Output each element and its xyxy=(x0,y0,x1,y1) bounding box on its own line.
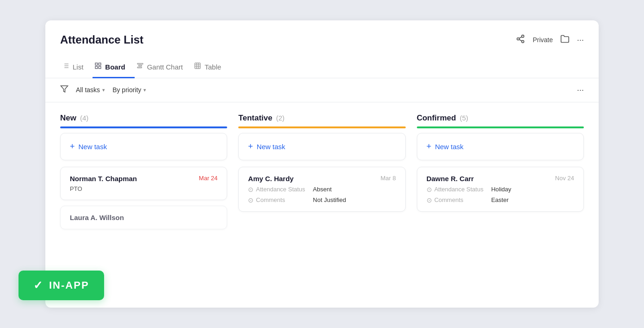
task-card-dawne[interactable]: Dawne R. Carr Nov 24 ⊙ Attendance Status… xyxy=(417,167,584,212)
column-new-count: (4) xyxy=(80,114,88,122)
in-app-label: IN-APP xyxy=(49,279,89,291)
svg-rect-16 xyxy=(138,65,142,66)
tab-gantt[interactable]: Gantt Chart xyxy=(135,57,192,78)
in-app-check-icon: ✓ xyxy=(33,279,43,292)
task-card-laura[interactable]: Laura A. Willson xyxy=(60,206,227,229)
svg-rect-12 xyxy=(99,63,101,65)
svg-rect-15 xyxy=(137,63,143,64)
more-icon[interactable]: ··· xyxy=(577,35,584,45)
tab-table[interactable]: Table xyxy=(192,57,230,78)
column-new-title: New xyxy=(60,114,76,123)
attendance-label-dawne: ⊙ Attendance Status xyxy=(427,186,491,193)
all-tasks-label: All tasks xyxy=(76,86,100,94)
list-icon xyxy=(62,62,69,71)
table-icon xyxy=(194,62,201,71)
plus-icon-tentative: + xyxy=(248,142,253,151)
plus-icon-new: + xyxy=(70,142,75,151)
header-actions: Private ··· xyxy=(516,34,584,46)
new-task-button-tentative[interactable]: + New task xyxy=(238,133,405,160)
board-area: New (4) + New task Norman T. Chapman Mar… xyxy=(45,102,599,246)
task-card-amy-header: Amy C. Hardy Mar 8 xyxy=(248,175,396,183)
check-icon-dawne-2: ⊙ xyxy=(427,196,432,204)
column-tentative-count: (2) xyxy=(276,114,285,122)
comments-value-dawne: Easter xyxy=(491,196,509,203)
in-app-badge: ✓ IN-APP xyxy=(19,271,104,300)
attendance-value-dawne: Holiday xyxy=(491,186,511,193)
task-name-norman: Norman T. Chapman xyxy=(70,175,137,183)
column-tentative-header: Tentative (2) xyxy=(238,114,405,128)
column-new-bar xyxy=(60,126,227,128)
svg-rect-13 xyxy=(95,66,98,69)
column-confirmed-bar xyxy=(417,126,584,128)
task-card-norman[interactable]: Norman T. Chapman Mar 24 PTO xyxy=(60,167,227,200)
task-field-comments-amy: ⊙ Comments Not Justified xyxy=(248,196,396,204)
tab-table-label: Table xyxy=(204,63,221,71)
priority-sort[interactable]: By priority ▾ xyxy=(112,86,146,94)
toolbar-left: All tasks ▾ By priority ▾ xyxy=(60,85,146,95)
task-name-amy: Amy C. Hardy xyxy=(248,175,293,183)
tab-board[interactable]: Board xyxy=(93,57,134,78)
new-task-button-new[interactable]: + New task xyxy=(60,133,227,160)
share-icon[interactable] xyxy=(516,34,525,46)
new-task-label-new: New task xyxy=(79,143,107,151)
check-icon-dawne-1: ⊙ xyxy=(427,186,432,193)
svg-line-3 xyxy=(520,39,522,41)
new-task-button-confirmed[interactable]: + New task xyxy=(417,133,584,160)
task-date-norman: Mar 24 xyxy=(199,175,217,182)
svg-rect-18 xyxy=(195,63,200,69)
svg-marker-23 xyxy=(61,86,68,92)
comments-label-amy: ⊙ Comments xyxy=(248,196,313,204)
task-card-amy[interactable]: Amy C. Hardy Mar 8 ⊙ Attendance Status A… xyxy=(238,167,405,212)
column-confirmed-header: Confirmed (5) xyxy=(417,114,584,128)
new-task-label-tentative: New task xyxy=(257,143,285,151)
column-tentative: Tentative (2) + New task Amy C. Hardy Ma… xyxy=(238,114,405,217)
task-field-comments-dawne: ⊙ Comments Easter xyxy=(427,196,574,204)
board-icon xyxy=(94,62,102,71)
task-card-laura-header: Laura A. Willson xyxy=(70,214,217,221)
column-tentative-bar xyxy=(238,126,405,128)
private-button[interactable]: Private xyxy=(533,36,553,44)
toolbar: All tasks ▾ By priority ▾ ··· xyxy=(45,78,599,102)
page-title: Attendance List xyxy=(60,33,143,46)
toolbar-more-icon[interactable]: ··· xyxy=(577,85,584,95)
tab-board-label: Board xyxy=(105,63,125,71)
check-icon-amy-2: ⊙ xyxy=(248,196,254,204)
main-panel: Attendance List Private ··· xyxy=(45,20,599,308)
folder-icon[interactable] xyxy=(560,34,570,46)
task-field-attendance-amy: ⊙ Attendance Status Absent xyxy=(248,186,396,193)
attendance-label-amy: ⊙ Attendance Status xyxy=(248,186,313,193)
header: Attendance List Private ··· xyxy=(45,20,599,46)
svg-line-4 xyxy=(520,37,522,38)
comments-label-dawne: ⊙ Comments xyxy=(427,196,491,204)
task-date-dawne: Nov 24 xyxy=(555,175,574,182)
new-task-label-confirmed: New task xyxy=(435,143,464,151)
column-confirmed-count: (5) xyxy=(460,114,468,122)
task-card-dawne-header: Dawne R. Carr Nov 24 xyxy=(427,175,574,183)
svg-rect-14 xyxy=(99,66,101,69)
column-confirmed-title: Confirmed xyxy=(417,114,456,123)
tabs: List Board Gantt Chart Table xyxy=(45,50,599,78)
tab-list[interactable]: List xyxy=(60,57,93,78)
private-label: Private xyxy=(533,36,553,44)
task-name-laura: Laura A. Willson xyxy=(70,214,124,221)
attendance-value-amy: Absent xyxy=(313,186,331,193)
filter-icon[interactable] xyxy=(60,85,68,95)
gantt-icon xyxy=(136,62,144,71)
filter-chevron: ▾ xyxy=(102,87,105,93)
sort-chevron: ▾ xyxy=(143,87,146,93)
task-tag-norman: PTO xyxy=(70,185,217,192)
tab-gantt-label: Gantt Chart xyxy=(147,63,183,71)
column-new: New (4) + New task Norman T. Chapman Mar… xyxy=(60,114,227,235)
task-field-attendance-dawne: ⊙ Attendance Status Holiday xyxy=(427,186,574,193)
all-tasks-filter[interactable]: All tasks ▾ xyxy=(76,86,105,94)
check-icon-amy-1: ⊙ xyxy=(248,186,254,193)
column-new-header: New (4) xyxy=(60,114,227,128)
tab-list-label: List xyxy=(73,63,83,71)
plus-icon-confirmed: + xyxy=(427,142,432,151)
priority-label: By priority xyxy=(112,86,141,94)
task-date-amy: Mar 8 xyxy=(380,175,396,182)
comments-value-amy: Not Justified xyxy=(313,196,346,203)
column-tentative-title: Tentative xyxy=(238,114,272,123)
task-name-dawne: Dawne R. Carr xyxy=(427,175,474,183)
svg-rect-11 xyxy=(95,63,98,65)
